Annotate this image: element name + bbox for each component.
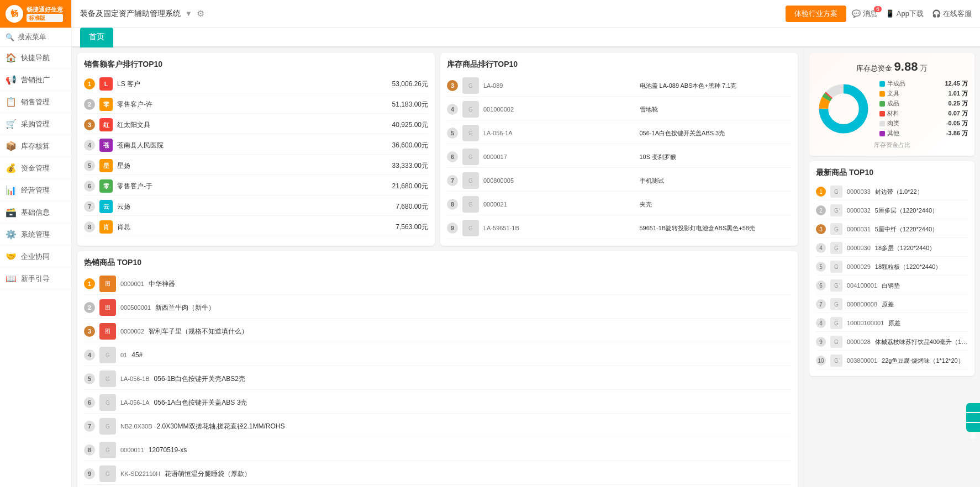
inventory-ranking-card: 库存商品排行TOP10 3 G LA-089 电池盖 LA-089 ABS本色+… bbox=[440, 53, 798, 246]
notification-icon: 💬 bbox=[852, 9, 861, 18]
avatar: 肖 bbox=[99, 220, 113, 234]
rank-value: 53,006.26元 bbox=[392, 80, 428, 89]
rank-number: 5 bbox=[447, 128, 458, 139]
sidebar-label-3: 采购管理 bbox=[21, 119, 50, 129]
sidebar-icon-10: 📖 bbox=[6, 273, 17, 284]
sidebar-item-2[interactable]: 📋销售管理 bbox=[0, 91, 71, 113]
hot-products-list: 1 图 0000001 中华神器 2 图 000500001 新西兰牛肉（新牛）… bbox=[84, 273, 791, 485]
product-name: 22g鱼豆腐·烧烤味（1*12*20） bbox=[882, 357, 968, 365]
table-row: 5 G LA-056-1A 056-1A白色按键开关盖ABS 3壳 bbox=[447, 123, 791, 144]
product-code: 0000030 bbox=[847, 245, 871, 251]
cs-live-btn[interactable]: 直播 bbox=[966, 423, 980, 432]
legend-item: 文具 1.01 万 bbox=[879, 89, 968, 98]
rank-number: 2 bbox=[816, 205, 826, 215]
product-name: 056-1A白色按键开关盖ABS 3壳 bbox=[640, 129, 792, 137]
list-item: 4 G 01 45# bbox=[84, 345, 791, 366]
right-panel: 库存总资金 9.88 万 bbox=[803, 47, 980, 487]
inventory-amount: 9.88 bbox=[894, 60, 918, 73]
product-thumb: G bbox=[830, 298, 842, 310]
rank-number: 7 bbox=[816, 299, 826, 309]
product-code: 004100001 bbox=[847, 282, 877, 289]
product-code: 0000011 bbox=[120, 447, 144, 453]
latest-products-card: 最新商品 TOP10 1 G 0000033 封边带（1.0*22） 2 G 0… bbox=[809, 161, 974, 376]
avatar: 星 bbox=[99, 159, 113, 172]
product-code: 000500001 bbox=[120, 304, 151, 311]
sidebar-item-10[interactable]: 📖新手引导 bbox=[0, 268, 71, 290]
sidebar-label-1: 营销推广 bbox=[21, 75, 50, 85]
online-service-label: 在线客服 bbox=[943, 9, 972, 19]
product-name: 59651-1B旋转投影灯电池盒ABS黑色+58壳 bbox=[640, 224, 792, 232]
system-name: 装备及固定资产辅助管理系统 bbox=[80, 9, 181, 19]
sidebar-icon-8: ⚙️ bbox=[6, 229, 17, 240]
list-item: 5 G 0000029 18颗粒板（1220*2440） bbox=[816, 258, 968, 276]
online-service-btn[interactable]: 🎧 在线客服 bbox=[932, 9, 972, 19]
sidebar-icon-9: 🤝 bbox=[6, 251, 17, 262]
tab-home[interactable]: 首页 bbox=[80, 28, 113, 47]
table-row: 7 G 000800005 手机测试 bbox=[447, 170, 791, 192]
product-name: 白钢垫 bbox=[882, 282, 968, 290]
table-row: 3 红 红太阳文具 40,925.00元 bbox=[84, 116, 428, 134]
sidebar-item-7[interactable]: 🗃️基础信息 bbox=[0, 202, 71, 224]
settings-icon[interactable]: ⚙ bbox=[197, 8, 204, 19]
sidebar-item-8[interactable]: ⚙️系统管理 bbox=[0, 224, 71, 246]
product-thumb: G bbox=[99, 347, 116, 363]
legend-dot bbox=[879, 91, 885, 97]
legend-label: 半成品 bbox=[879, 80, 945, 88]
rank-number: 5 bbox=[84, 160, 95, 171]
cs-hotline-btn[interactable]: 客服热线 bbox=[966, 403, 980, 412]
sidebar-label-8: 系统管理 bbox=[21, 230, 50, 240]
product-code: 0000031 bbox=[847, 226, 871, 232]
avatar: 苍 bbox=[99, 139, 113, 152]
sidebar-item-6[interactable]: 📊经营管理 bbox=[0, 179, 71, 202]
sidebar-item-1[interactable]: 📢营销推广 bbox=[0, 69, 71, 91]
product-code: 0000028 bbox=[847, 338, 871, 345]
cs-float: 客服热线 服务社区 直播 bbox=[966, 403, 980, 432]
product-name: 夹壳 bbox=[640, 200, 792, 209]
dropdown-arrow-icon[interactable]: ▼ bbox=[185, 9, 192, 18]
avatar: L bbox=[99, 77, 113, 91]
rank-number: 4 bbox=[84, 350, 95, 361]
rank-value: 36,600.00元 bbox=[392, 141, 428, 150]
legend-item: 材料 0.07 万 bbox=[879, 109, 968, 118]
product-thumb: G bbox=[830, 336, 842, 348]
rank-number: 9 bbox=[816, 337, 826, 347]
avatar: 云 bbox=[99, 200, 113, 213]
list-item: 3 图 0000002 智利车子里（规格不知道填什么） bbox=[84, 321, 791, 342]
product-code: 01 bbox=[120, 352, 127, 358]
sidebar-item-0[interactable]: 🏠快捷导航 bbox=[0, 47, 71, 69]
inventory-chart: 半成品 12.45 万 文具 1.01 万 成品 0.25 万 材料 0.07 … bbox=[816, 80, 968, 137]
product-code: LA-056-1A bbox=[483, 130, 635, 136]
table-row: 4 苍 苍南县人民医院 36,600.00元 bbox=[84, 136, 428, 155]
rank-number: 2 bbox=[84, 302, 95, 313]
notification-btn[interactable]: 💬 消息 6 bbox=[852, 9, 877, 19]
list-item: 1 图 0000001 中华神器 bbox=[84, 273, 791, 295]
sidebar-item-3[interactable]: 🛒采购管理 bbox=[0, 113, 71, 135]
sidebar-icon-7: 🗃️ bbox=[6, 207, 17, 218]
customer-rank-list: 1 L LS 客户 53,006.26元 2 零 零售客户-许 51,183.0… bbox=[84, 75, 428, 236]
rank-name: 云扬 bbox=[117, 202, 391, 211]
rank-number: 1 bbox=[816, 187, 826, 197]
try-btn[interactable]: 体验行业方案 bbox=[786, 6, 846, 22]
cs-community-btn[interactable]: 服务社区 bbox=[966, 413, 980, 422]
rank-number: 6 bbox=[84, 181, 95, 192]
product-thumb: 图 bbox=[99, 323, 116, 340]
sidebar-item-5[interactable]: 💰资金管理 bbox=[0, 157, 71, 179]
rank-number: 6 bbox=[84, 397, 95, 408]
product-thumb: G bbox=[99, 465, 116, 482]
product-code: 003800001 bbox=[847, 357, 877, 364]
inventory-legend: 半成品 12.45 万 文具 1.01 万 成品 0.25 万 材料 0.07 … bbox=[879, 80, 968, 137]
product-thumb: G bbox=[99, 442, 116, 458]
rank-number: 5 bbox=[84, 373, 95, 384]
sidebar-item-9[interactable]: 🤝企业协同 bbox=[0, 246, 71, 268]
app-download-btn[interactable]: 📱 App下载 bbox=[886, 9, 924, 19]
rank-number: 3 bbox=[447, 80, 458, 91]
product-name: 45# bbox=[131, 351, 791, 359]
rank-number: 4 bbox=[816, 243, 826, 253]
sidebar-search[interactable]: 🔍 搜索菜单 bbox=[0, 28, 71, 47]
sidebar-item-4[interactable]: 📦库存核算 bbox=[0, 135, 71, 157]
rank-number: 4 bbox=[447, 104, 458, 115]
list-item: 7 G 000800008 原差 bbox=[816, 296, 968, 313]
nav-tabs: 首页 bbox=[72, 28, 980, 47]
product-name: 封边带（1.0*22） bbox=[875, 188, 968, 196]
product-thumb: G bbox=[462, 172, 479, 189]
